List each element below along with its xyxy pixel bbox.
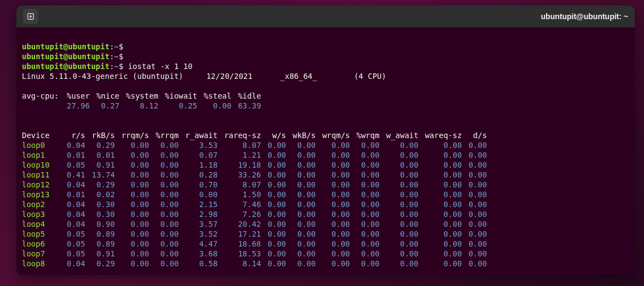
device-value: 0.00 bbox=[286, 239, 316, 249]
device-value: 0.00 bbox=[115, 229, 149, 239]
device-value: 0.00 bbox=[286, 249, 316, 259]
device-value: 0.00 bbox=[261, 190, 286, 199]
device-value: 0.00 bbox=[316, 199, 350, 209]
device-value: 0.00 bbox=[261, 209, 286, 219]
device-value: 0.00 bbox=[350, 249, 380, 259]
device-value: 0.00 bbox=[462, 249, 487, 259]
device-value: 0.00 bbox=[380, 239, 419, 249]
device-value: 0.29 bbox=[85, 180, 115, 190]
device-name: loop3 bbox=[22, 209, 60, 219]
cpu-h-system: %system bbox=[119, 91, 158, 101]
device-value: 0.00 bbox=[286, 140, 316, 150]
new-tab-button[interactable] bbox=[23, 9, 38, 24]
device-value: 0.00 bbox=[286, 199, 316, 209]
device-value: 0.04 bbox=[60, 180, 85, 190]
table-row: loop130.010.020.000.000.001.500.000.000.… bbox=[22, 190, 487, 199]
terminal-body[interactable]: ubuntupit@ubuntupit:~$ ubuntupit@ubuntup… bbox=[16, 27, 635, 275]
device-value: 0.00 bbox=[115, 170, 149, 180]
terminal-window: ubuntupit@ubuntupit: ~ ubuntupit@ubuntup… bbox=[16, 5, 635, 275]
device-value: 0.00 bbox=[261, 239, 286, 249]
device-value: 0.00 bbox=[149, 259, 178, 268]
table-row: loop100.050.910.000.001.1819.180.000.000… bbox=[22, 160, 487, 170]
device-value: 0.00 bbox=[419, 209, 462, 219]
device-value: 0.00 bbox=[261, 219, 286, 229]
device-value: 0.00 bbox=[419, 239, 462, 249]
device-value: 0.00 bbox=[350, 160, 380, 170]
device-value: 0.00 bbox=[419, 140, 462, 150]
cpu-h-idle: %idle bbox=[231, 91, 261, 101]
device-value: 0.00 bbox=[149, 150, 178, 160]
device-value: 1.21 bbox=[218, 150, 261, 160]
device-value: 0.00 bbox=[462, 239, 487, 249]
device-value: 0.00 bbox=[350, 239, 380, 249]
device-value: 0.00 bbox=[286, 160, 316, 170]
cpu-h-nice: %nice bbox=[90, 91, 119, 101]
device-value: 8.14 bbox=[218, 259, 261, 268]
cpu-v-user: 27.96 bbox=[60, 101, 90, 111]
device-value: 0.00 bbox=[316, 190, 350, 199]
device-value: 3.52 bbox=[179, 229, 218, 239]
device-name: loop2 bbox=[22, 199, 60, 209]
table-row: loop120.040.290.000.000.708.070.000.000.… bbox=[22, 180, 487, 190]
table-row: loop110.4113.740.000.000.2833.260.000.00… bbox=[22, 170, 487, 180]
device-value: 0.89 bbox=[85, 239, 115, 249]
device-value: 0.00 bbox=[419, 180, 462, 190]
device-col-header: r_await bbox=[179, 130, 218, 140]
device-value: 0.01 bbox=[85, 150, 115, 160]
device-value: 0.00 bbox=[380, 180, 419, 190]
device-value: 0.89 bbox=[85, 229, 115, 239]
titlebar[interactable]: ubuntupit@ubuntupit: ~ bbox=[16, 5, 635, 27]
table-row: loop30.040.300.000.002.987.260.000.000.0… bbox=[22, 209, 487, 219]
device-value: 0.00 bbox=[350, 259, 380, 268]
device-col-header: r/s bbox=[60, 130, 85, 140]
device-value: 0.00 bbox=[149, 170, 178, 180]
device-value: 0.70 bbox=[179, 180, 218, 190]
device-value: 0.00 bbox=[115, 249, 149, 259]
device-value: 0.00 bbox=[419, 199, 462, 209]
device-value: 0.00 bbox=[149, 190, 178, 199]
device-value: 0.00 bbox=[286, 209, 316, 219]
device-name: loop13 bbox=[22, 190, 60, 199]
device-col-header: %rrqm bbox=[149, 130, 178, 140]
device-value: 0.00 bbox=[316, 209, 350, 219]
device-col-header: wrqm/s bbox=[316, 130, 350, 140]
device-value: 2.15 bbox=[179, 199, 218, 209]
device-value: 0.00 bbox=[350, 229, 380, 239]
device-value: 0.00 bbox=[149, 199, 178, 209]
sys-kernel: Linux 5.11.0-43-generic (ubuntupit) bbox=[22, 72, 183, 81]
sys-date: 12/20/2021 bbox=[206, 72, 252, 81]
prompt-sep: : bbox=[109, 62, 114, 71]
device-value: 0.00 bbox=[261, 259, 286, 268]
device-value: 3.57 bbox=[179, 219, 218, 229]
device-value: 0.00 bbox=[350, 180, 380, 190]
device-value: 1.50 bbox=[218, 190, 261, 199]
device-value: 0.04 bbox=[60, 219, 85, 229]
device-col-header: rrqm/s bbox=[115, 130, 149, 140]
device-value: 19.18 bbox=[218, 160, 261, 170]
device-value: 0.00 bbox=[316, 229, 350, 239]
device-value: 0.00 bbox=[149, 219, 178, 229]
device-value: 0.00 bbox=[350, 199, 380, 209]
device-value: 0.00 bbox=[419, 229, 462, 239]
device-value: 0.30 bbox=[85, 209, 115, 219]
device-value: 33.26 bbox=[218, 170, 261, 180]
prompt-dollar: $ bbox=[119, 52, 123, 61]
device-col-header: wareq-sz bbox=[419, 130, 462, 140]
prompt-path: ~ bbox=[114, 52, 119, 61]
device-name: loop12 bbox=[22, 180, 60, 190]
device-value: 0.02 bbox=[85, 190, 115, 199]
device-value: 0.00 bbox=[316, 259, 350, 268]
device-value: 0.91 bbox=[85, 160, 115, 170]
device-value: 0.00 bbox=[316, 239, 350, 249]
device-value: 8.07 bbox=[218, 140, 261, 150]
device-value: 0.00 bbox=[419, 150, 462, 160]
device-value: 0.00 bbox=[350, 140, 380, 150]
device-value: 18.53 bbox=[218, 249, 261, 259]
device-value: 0.00 bbox=[350, 190, 380, 199]
device-value: 0.00 bbox=[115, 239, 149, 249]
device-value: 0.04 bbox=[60, 209, 85, 219]
device-col-header: w_await bbox=[380, 130, 419, 140]
sys-arch: _x86_64_ bbox=[280, 72, 317, 81]
device-value: 0.00 bbox=[261, 199, 286, 209]
device-value: 0.00 bbox=[380, 209, 419, 219]
